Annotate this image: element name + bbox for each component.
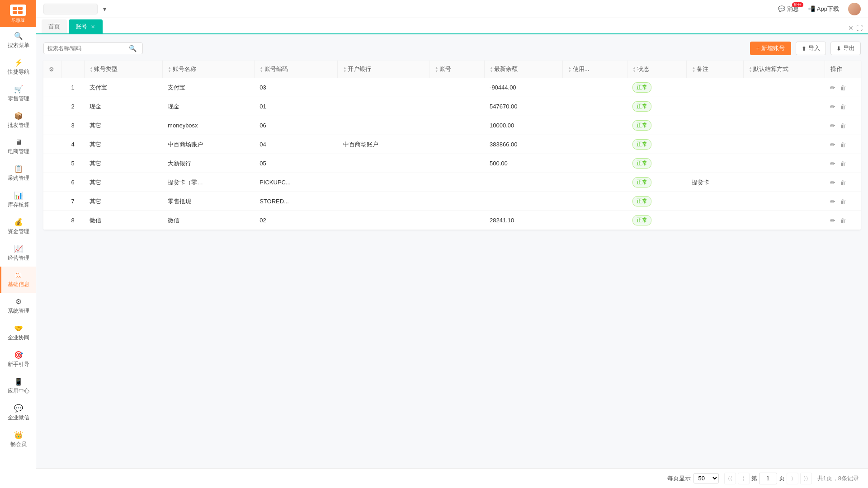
sidebar-item-wechat[interactable]: 💬 企业微信 [0,399,36,426]
delete-button[interactable]: 🗑 [840,179,846,186]
row-usage [562,116,627,135]
col-account[interactable]: ▲ ▼ 账号 [429,61,484,78]
last-page-button[interactable]: ⟩⟩ [800,473,812,484]
row-status: 正常 [627,192,686,211]
col-usage[interactable]: ▲ ▼ 使用... [562,61,627,78]
search-input[interactable] [47,45,129,52]
row-name: 支付宝 [162,78,254,97]
row-code: 06 [254,116,337,135]
col-status[interactable]: ▲ ▼ 状态 [627,61,686,78]
export-button[interactable]: ⬇ 导出 [830,42,861,55]
row-bank [338,173,429,192]
tab-accounts[interactable]: 账号 ✕ [69,19,103,33]
row-checkbox [43,192,61,211]
svg-rect-3 [18,11,23,14]
col-name[interactable]: ▲ ▼ 账号名称 [162,61,254,78]
edit-button[interactable]: ✏ [830,103,835,110]
sidebar-item-operations[interactable]: 📈 经营管理 [0,240,36,267]
table-row: 6 其它 提货卡（零… PICKUPC... 正常 提货卡 ✏ 🗑 [43,173,861,192]
tab-fullscreen-icon[interactable]: ⛶ [856,24,863,32]
gear-icon[interactable]: ⚙ [49,66,54,73]
sidebar-item-app-center[interactable]: 📱 应用中心 [0,373,36,399]
delete-button[interactable]: 🗑 [840,198,846,205]
tab-close-all-icon[interactable]: ✕ [848,24,854,32]
accounts-table: ⚙ ▲ ▼ 账号类型 [43,61,861,230]
prev-page-button[interactable]: ⟨ [738,473,750,484]
logo-icon [10,5,26,16]
col-balance[interactable]: ▲ ▼ 最新余额 [484,61,562,78]
delete-button[interactable]: 🗑 [840,103,846,110]
logo-area[interactable]: 乐惠版 [0,0,36,27]
row-type: 其它 [84,192,162,211]
row-num: 3 [61,116,84,135]
sidebar-item-purchase[interactable]: 📋 采购管理 [0,160,36,187]
sidebar-item-member[interactable]: 👑 畅会员 [0,426,36,453]
sidebar-item-basic-info[interactable]: 🗂 基础信息 [0,267,36,293]
page-input[interactable] [759,473,777,484]
edit-button[interactable]: ✏ [830,179,835,186]
col-bank[interactable]: ▲ ▼ 开户银行 [338,61,429,78]
sidebar-item-retail[interactable]: 🛒 零售管理 [0,80,36,107]
sidebar-item-finance[interactable]: 💰 资金管理 [0,213,36,240]
user-avatar[interactable] [848,3,861,15]
row-remark [686,97,743,116]
sidebar-item-system[interactable]: ⚙ 系统管理 [0,293,36,319]
col-type[interactable]: ▲ ▼ 账号类型 [84,61,162,78]
wholesale-icon: 📦 [14,112,23,120]
page-size-select[interactable]: 50 100 200 [693,473,719,483]
sidebar-item-enterprise[interactable]: 🤝 企业协同 [0,319,36,346]
import-button[interactable]: ⬆ 导入 [796,42,826,55]
logo-text: 乐惠版 [11,17,25,23]
sidebar-item-guide[interactable]: 🎯 新手引导 [0,346,36,373]
col-settlement[interactable]: ▲ ▼ 默认结算方式 [743,61,825,78]
edit-button[interactable]: ✏ [830,160,835,167]
col-remark[interactable]: ▲ ▼ 备注 [686,61,743,78]
row-num: 2 [61,97,84,116]
sidebar-item-quick-nav[interactable]: ⚡ 快捷导航 [0,54,36,80]
delete-button[interactable]: 🗑 [840,217,846,224]
edit-button[interactable]: ✏ [830,84,835,91]
first-page-button[interactable]: ⟨⟨ [724,473,736,484]
edit-button[interactable]: ✏ [830,141,835,148]
row-status: 正常 [627,154,686,173]
delete-button[interactable]: 🗑 [840,160,846,167]
sidebar-item-label: 基础信息 [8,281,29,288]
sidebar-item-wholesale[interactable]: 📦 批发管理 [0,107,36,134]
row-checkbox [43,154,61,173]
app-download-label: App下载 [817,5,839,13]
edit-button[interactable]: ✏ [830,217,835,224]
sidebar-item-inventory[interactable]: 📊 库存核算 [0,187,36,213]
sidebar-item-search-menu[interactable]: 🔍 搜索菜单 [0,27,36,54]
edit-button[interactable]: ✏ [830,198,835,205]
sidebar-item-label: 企业协同 [8,334,29,342]
row-name: 提货卡（零… [162,173,254,192]
tab-home[interactable]: 首页 [42,19,67,33]
add-account-button[interactable]: + 新增账号 [750,42,791,55]
purchase-icon: 📋 [14,164,23,173]
topbar-dropdown-button[interactable]: ▾ [103,5,106,13]
table-body: 1 支付宝 支付宝 03 -90444.00 正常 ✏ 🗑 2 现金 现金 01 [43,78,861,230]
row-type: 微信 [84,211,162,230]
edit-button[interactable]: ✏ [830,122,835,129]
row-balance [484,192,562,211]
top-search-input[interactable] [43,4,98,14]
app-download-button[interactable]: 📲 App下载 [808,5,839,13]
delete-button[interactable]: 🗑 [840,141,846,148]
row-remark [686,135,743,154]
tab-close-icon[interactable]: ✕ [90,24,96,30]
row-usage [562,173,627,192]
row-remark [686,116,743,135]
col-gear[interactable]: ⚙ [43,61,61,78]
delete-button[interactable]: 🗑 [840,84,846,91]
row-actions: ✏ 🗑 [825,116,861,135]
basic-info-icon: 🗂 [15,271,22,279]
sidebar-item-label: 批发管理 [8,122,29,129]
message-button[interactable]: 💬 消息 99+ [778,5,799,13]
sidebar-item-ecommerce[interactable]: 🖥 电商管理 [0,134,36,160]
row-settlement [743,211,825,230]
row-balance: 28241.10 [484,211,562,230]
next-page-button[interactable]: ⟩ [787,473,798,484]
row-balance: 383866.00 [484,135,562,154]
delete-button[interactable]: 🗑 [840,122,846,129]
col-code[interactable]: ▲ ▼ 账号编码 [254,61,337,78]
